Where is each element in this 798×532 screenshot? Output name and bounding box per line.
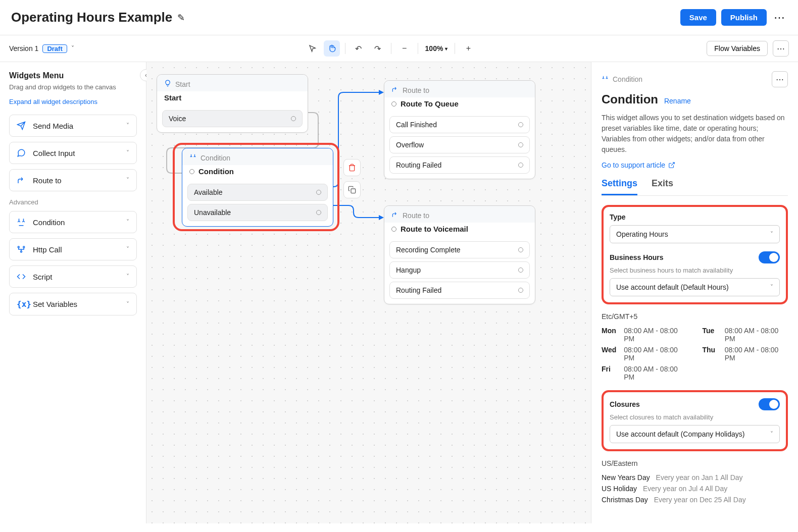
- widget-http-call[interactable]: Http Call ˅: [9, 238, 137, 260]
- redo-button[interactable]: ↷: [370, 40, 386, 57]
- type-label: Type: [610, 213, 780, 221]
- widget-send-media[interactable]: Send Media ˅: [9, 115, 137, 137]
- node-start[interactable]: Start Start Voice: [157, 74, 308, 133]
- exit-port-icon[interactable]: [518, 163, 523, 168]
- delete-node-button[interactable]: [343, 159, 361, 176]
- exit-label: Hangup: [396, 266, 421, 274]
- save-button[interactable]: Save: [680, 9, 716, 26]
- timezone-label: Etc/GMT+5: [602, 312, 788, 321]
- exit-unavailable[interactable]: Unavailable: [187, 204, 328, 221]
- business-hours-label: Business Hours: [610, 253, 664, 261]
- exit-label: Unavailable: [194, 208, 231, 217]
- closure-item: Christmas Day Every year on Dec 25 All D…: [602, 496, 788, 504]
- chevron-down-icon: ˅: [126, 122, 129, 129]
- business-hours-select[interactable]: Use account default (Default Hours) ˅: [610, 278, 780, 296]
- zoom-in-button[interactable]: +: [460, 40, 476, 57]
- zoom-level[interactable]: 100% ▾: [423, 44, 450, 52]
- inspector-description: This widget allows you to set destinatio…: [602, 113, 788, 155]
- exit-port-icon[interactable]: [518, 142, 523, 147]
- route-to-icon: [17, 176, 27, 185]
- exit-port-icon[interactable]: [518, 247, 523, 252]
- condition-icon: [602, 75, 609, 84]
- collect-input-icon: [17, 148, 27, 157]
- publish-button[interactable]: Publish: [721, 9, 767, 26]
- schedule-grid: Mon08:00 AM - 08:00 PM Tue08:00 AM - 08:…: [602, 327, 788, 381]
- pointer-tool[interactable]: [305, 40, 321, 57]
- widget-script[interactable]: Script ˅: [9, 265, 137, 288]
- node-title-text: Route to Voicemail: [401, 225, 468, 233]
- business-hours-toggle[interactable]: [759, 251, 780, 263]
- exit-voice[interactable]: Voice: [162, 110, 303, 127]
- toolbar-more-icon[interactable]: ⋯: [773, 40, 789, 57]
- header-more-icon[interactable]: ⋯: [772, 11, 787, 24]
- sidebar-hint: Drag and drop widgets to the canvas: [9, 83, 137, 91]
- widget-label: Route to: [33, 176, 120, 185]
- svg-point-2: [23, 246, 25, 248]
- exit-call-finished[interactable]: Call Finished: [389, 116, 530, 133]
- widget-label: Set Variables: [33, 300, 120, 308]
- exit-label: Available: [194, 188, 223, 196]
- rename-link[interactable]: Rename: [664, 97, 691, 105]
- node-condition[interactable]: Condition Condition Available Unavailabl…: [182, 148, 333, 227]
- duplicate-node-button[interactable]: [343, 181, 361, 198]
- hand-tool[interactable]: [324, 40, 340, 57]
- svg-point-1: [21, 251, 22, 252]
- zoom-out-button[interactable]: −: [396, 40, 413, 57]
- widgets-sidebar: ‹ Widgets Menu Drag and drop widgets to …: [0, 62, 146, 523]
- external-link-icon: [668, 162, 675, 169]
- entry-port-icon: [189, 169, 194, 174]
- tab-settings[interactable]: Settings: [602, 178, 637, 195]
- edit-title-icon[interactable]: ✎: [177, 12, 185, 23]
- closures-highlight: Closures Select closures to match availa…: [602, 390, 788, 451]
- support-article-link[interactable]: Go to support article: [602, 161, 788, 169]
- exit-port-icon[interactable]: [291, 116, 296, 121]
- closure-when: Every year on Jul 4 All Day: [643, 485, 727, 493]
- type-business-hours-highlight: Type Operating Hours ˅ Business Hours Se…: [602, 205, 788, 304]
- closure-name: New Years Day: [602, 473, 650, 482]
- node-route-to-queue[interactable]: Route to Route To Queue Call Finished Ov…: [384, 80, 535, 179]
- sched-hours: 08:00 AM - 08:00 PM: [624, 346, 687, 362]
- flow-variables-button[interactable]: Flow Variables: [707, 41, 768, 56]
- chevron-down-icon: ˅: [126, 301, 129, 308]
- closures-hint: Select closures to match availability: [610, 413, 780, 421]
- inspector-more-button[interactable]: ⋯: [772, 71, 788, 87]
- widget-condition[interactable]: Condition ˅: [9, 211, 137, 233]
- node-route-to-voicemail[interactable]: Route to Route to Voicemail Recording Co…: [384, 205, 535, 304]
- lightbulb-icon: [164, 80, 171, 88]
- exit-port-icon[interactable]: [518, 268, 523, 273]
- tab-exits[interactable]: Exits: [652, 178, 673, 195]
- widget-set-variables[interactable]: {x} Set Variables ˅: [9, 293, 137, 315]
- exit-port-icon[interactable]: [316, 190, 321, 195]
- exit-hangup[interactable]: Hangup: [389, 261, 530, 279]
- exit-label: Call Finished: [396, 121, 437, 129]
- route-to-icon: [391, 211, 398, 220]
- widget-route-to[interactable]: Route to ˅: [9, 169, 137, 191]
- closures-timezone: US/Eastern: [602, 459, 788, 467]
- widget-collect-input[interactable]: Collect Input ˅: [9, 142, 137, 164]
- exit-routing-failed[interactable]: Routing Failed: [389, 282, 530, 299]
- exit-available[interactable]: Available: [187, 184, 328, 201]
- flow-canvas[interactable]: Start Start Voice Condition Condition: [146, 62, 591, 523]
- node-type-label: Start: [175, 80, 190, 88]
- widget-label: Condition: [33, 218, 120, 227]
- chevron-down-icon: ˅: [126, 177, 129, 184]
- exit-overflow[interactable]: Overflow: [389, 136, 530, 153]
- undo-button[interactable]: ↶: [351, 40, 367, 57]
- version-dropdown-icon[interactable]: ˅: [71, 45, 74, 52]
- closures-select[interactable]: Use account default (Company Holidays) ˅: [610, 425, 780, 443]
- closure-name: Christmas Day: [602, 496, 648, 504]
- script-icon: [17, 272, 27, 281]
- inspector-crumb: Condition: [613, 75, 642, 83]
- exit-recording-complete[interactable]: Recording Complete: [389, 241, 530, 258]
- exit-port-icon[interactable]: [518, 288, 523, 293]
- closures-toggle[interactable]: [759, 398, 780, 410]
- business-hours-hint: Select business hours to match availabil…: [610, 267, 780, 274]
- exit-port-icon[interactable]: [316, 210, 321, 215]
- exit-port-icon[interactable]: [518, 122, 523, 127]
- business-hours-value: Use account default (Default Hours): [616, 283, 729, 291]
- widget-label: Http Call: [33, 245, 120, 254]
- type-select[interactable]: Operating Hours ˅: [610, 225, 780, 243]
- expand-descriptions-link[interactable]: Expand all widget descriptions: [9, 98, 137, 105]
- exit-routing-failed[interactable]: Routing Failed: [389, 156, 530, 174]
- inspector-title: Condition: [602, 92, 658, 107]
